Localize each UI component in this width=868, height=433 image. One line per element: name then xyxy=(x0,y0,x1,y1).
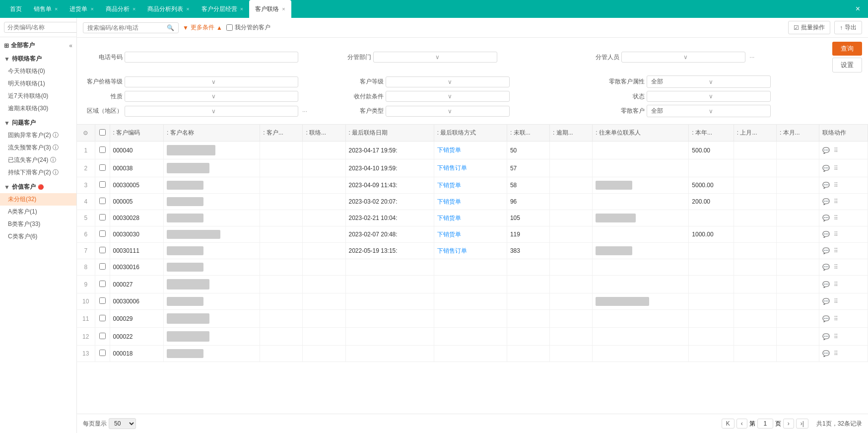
cell-check[interactable] xyxy=(95,328,110,346)
cell-check[interactable] xyxy=(95,243,110,259)
sidebar-search-input[interactable] xyxy=(4,22,77,33)
phone-input[interactable] xyxy=(125,52,298,63)
filter-search-icon[interactable]: 🔍 xyxy=(167,24,174,31)
region-select[interactable]: ∨ xyxy=(125,106,298,117)
cell-check[interactable] xyxy=(95,142,110,159)
cell-check[interactable] xyxy=(95,276,110,293)
reset-button[interactable]: 设置 xyxy=(832,58,862,72)
sidebar-item-declining[interactable]: 持续下滑客户(2) ⓘ xyxy=(0,166,76,179)
tab-goods-analysis[interactable]: 商品分析 × xyxy=(100,0,141,18)
chat-icon[interactable]: 💬 xyxy=(822,198,830,205)
sidebar-item-ungrouped[interactable]: 未分组(32) xyxy=(0,193,76,206)
sidebar-item-lost[interactable]: 已流失客户(24) ⓘ xyxy=(0,154,76,166)
tab-customer-layer[interactable]: 客户分层经营 × xyxy=(196,0,249,18)
sidebar-item-abnormal[interactable]: 固购异常客户(2) ⓘ xyxy=(0,129,76,142)
sidebar-item-class-a[interactable]: A类客户(1) xyxy=(0,206,76,218)
chat-icon[interactable]: 💬 xyxy=(822,281,830,288)
more-action-icon[interactable]: ⠿ xyxy=(834,147,838,154)
page-input[interactable] xyxy=(757,419,773,429)
col-settings[interactable]: ⚙ xyxy=(77,125,95,142)
cell-last-method[interactable] xyxy=(434,346,507,362)
filter-search-input[interactable] xyxy=(87,24,167,31)
last-method-link[interactable]: 下销货单 xyxy=(437,231,461,238)
group-problem-label[interactable]: ▼ 问题客户 xyxy=(0,117,76,129)
more-action-icon[interactable]: ⠿ xyxy=(834,231,838,238)
last-method-link[interactable]: 下销货单 xyxy=(437,215,461,221)
tab-purchase-close[interactable]: × xyxy=(90,6,93,12)
chat-icon[interactable]: 💬 xyxy=(822,231,830,238)
chat-icon[interactable]: 💬 xyxy=(822,298,830,305)
cell-last-method[interactable] xyxy=(434,310,507,328)
more-action-icon[interactable]: ⠿ xyxy=(834,315,838,322)
last-method-link[interactable]: 下销货单 xyxy=(437,146,461,153)
chat-icon[interactable]: 💬 xyxy=(822,315,830,322)
dept-select[interactable]: ∨ xyxy=(373,52,497,63)
chat-icon[interactable]: 💬 xyxy=(822,333,830,340)
cell-check[interactable] xyxy=(95,194,110,210)
chat-icon[interactable]: 💬 xyxy=(822,147,830,154)
prev-page-btn[interactable]: ‹ xyxy=(736,419,747,429)
cell-last-method[interactable] xyxy=(434,259,507,276)
cell-last-method[interactable] xyxy=(434,328,507,346)
cell-check[interactable] xyxy=(95,226,110,243)
customer-type-select[interactable]: ∨ xyxy=(386,106,510,117)
sidebar-item-today[interactable]: 今天待联络(0) xyxy=(0,65,76,77)
cell-check[interactable] xyxy=(95,293,110,310)
price-level-select[interactable]: ∨ xyxy=(125,76,298,87)
more-action-icon[interactable]: ⠿ xyxy=(834,333,838,340)
tab-customer-layer-close[interactable]: × xyxy=(240,6,243,12)
chat-icon[interactable]: 💬 xyxy=(822,182,830,189)
more-action-icon[interactable]: ⠿ xyxy=(834,298,838,305)
cell-check[interactable] xyxy=(95,259,110,276)
cell-last-method[interactable] xyxy=(434,276,507,293)
more-action-icon[interactable]: ⠿ xyxy=(834,264,838,271)
customer-level-select[interactable]: ∨ xyxy=(386,76,510,87)
last-method-link[interactable]: 下销售订单 xyxy=(437,247,467,254)
cell-check[interactable] xyxy=(95,159,110,177)
cell-last-method[interactable]: 下销货单 xyxy=(434,142,507,159)
tab-goods-list-close[interactable]: × xyxy=(186,6,189,12)
region-more-icon[interactable]: ··· xyxy=(302,108,307,115)
check-all-input[interactable] xyxy=(99,129,106,136)
nature-select[interactable]: ∨ xyxy=(125,91,298,102)
tab-sales[interactable]: 销售单 × xyxy=(28,0,64,18)
sparse-attr-select[interactable]: 全部 ∨ xyxy=(647,75,771,88)
tab-home[interactable]: 首页 xyxy=(4,0,28,18)
more-action-icon[interactable]: ⠿ xyxy=(834,165,838,172)
col-check-all[interactable] xyxy=(95,125,110,142)
more-conditions-btn[interactable]: ▼ 更多条件 ▲ xyxy=(183,23,222,32)
tab-purchase[interactable]: 进货单 × xyxy=(64,0,99,18)
manager-select[interactable]: ∨ xyxy=(621,52,745,63)
more-action-icon[interactable]: ⠿ xyxy=(834,215,838,221)
window-close-btn[interactable]: × xyxy=(852,4,864,13)
query-button[interactable]: 查询 xyxy=(832,42,862,56)
manager-more-icon[interactable]: ··· xyxy=(749,54,754,61)
last-page-btn[interactable]: ›| xyxy=(796,419,808,429)
next-page-btn[interactable]: › xyxy=(783,419,794,429)
chat-icon[interactable]: 💬 xyxy=(822,247,830,254)
chat-icon[interactable]: 💬 xyxy=(822,264,830,271)
cell-last-method[interactable] xyxy=(434,293,507,310)
sidebar-item-class-b[interactable]: B类客户(33) xyxy=(0,218,76,230)
cell-last-method[interactable]: 下销货单 xyxy=(434,177,507,194)
cell-last-method[interactable]: 下销售订单 xyxy=(434,159,507,177)
export-btn[interactable]: ↑ 导出 xyxy=(834,21,862,34)
group-pending-label[interactable]: ▼ 待联络客户 xyxy=(0,53,76,65)
more-action-icon[interactable]: ⠿ xyxy=(834,247,838,254)
cell-check[interactable] xyxy=(95,210,110,226)
per-page-select[interactable]: 50 100 200 xyxy=(109,418,136,429)
more-action-icon[interactable]: ⠿ xyxy=(834,198,838,205)
tab-customer-contact-close[interactable]: × xyxy=(282,6,285,12)
my-customers-checkbox[interactable]: 我分管的客户 xyxy=(226,23,270,32)
last-method-link[interactable]: 下销货单 xyxy=(437,182,461,189)
sidebar-item-tomorrow[interactable]: 明天待联络(1) xyxy=(0,77,76,90)
chat-icon[interactable]: 💬 xyxy=(822,350,830,357)
last-method-link[interactable]: 下销货单 xyxy=(437,198,461,205)
chat-icon[interactable]: 💬 xyxy=(822,215,830,221)
sidebar-item-overdue[interactable]: 逾期未联络(30) xyxy=(0,102,76,115)
payment-select[interactable]: ∨ xyxy=(386,91,510,102)
group-value-label[interactable]: ▼ 价值客户 🔴 xyxy=(0,181,76,193)
cell-last-method[interactable]: 下销货单 xyxy=(434,226,507,243)
tab-sales-close[interactable]: × xyxy=(55,6,58,12)
cell-last-method[interactable]: 下销售订单 xyxy=(434,243,507,259)
